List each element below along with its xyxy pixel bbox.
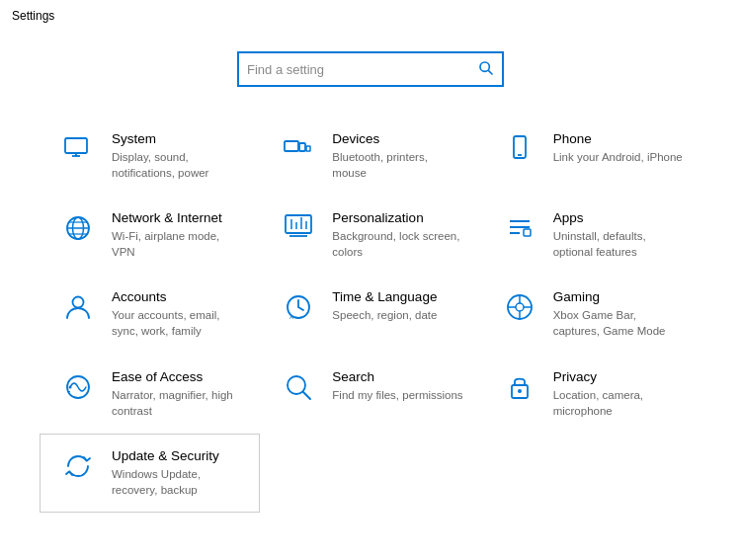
- devices-icon: [277, 133, 320, 165]
- phone-icon: [498, 133, 541, 165]
- accounts-title: Accounts: [112, 289, 243, 304]
- update-title: Update & Security: [112, 448, 243, 463]
- privacy-title: Privacy: [553, 369, 685, 384]
- svg-rect-7: [306, 146, 310, 151]
- gaming-icon: [498, 291, 541, 323]
- network-desc: Wi-Fi, airplane mode, VPN: [112, 228, 243, 260]
- svg-point-24: [516, 303, 524, 311]
- apps-desc: Uninstall, defaults, optional features: [553, 228, 685, 260]
- svg-point-34: [518, 389, 522, 393]
- time-title: Time & Language: [332, 289, 437, 304]
- minimize-button[interactable]: [605, 0, 650, 32]
- window-controls: [605, 0, 741, 32]
- apps-text: Apps Uninstall, defaults, optional featu…: [553, 210, 685, 260]
- devices-title: Devices: [332, 131, 463, 146]
- gaming-text: Gaming Xbox Game Bar, captures, Game Mod…: [553, 289, 685, 339]
- settings-item-ease[interactable]: Ease of Access Narrator, magnifier, high…: [40, 355, 260, 434]
- close-button[interactable]: [696, 0, 741, 32]
- svg-rect-2: [65, 138, 87, 153]
- svg-line-32: [303, 392, 310, 399]
- settings-item-time[interactable]: A Time & Language Speech, region, date: [260, 275, 480, 354]
- accounts-icon: [56, 291, 100, 323]
- settings-item-network[interactable]: Network & Internet Wi-Fi, airplane mode,…: [40, 196, 260, 275]
- settings-item-personalization[interactable]: Personalization Background, lock screen,…: [260, 196, 480, 275]
- settings-item-update[interactable]: Update & Security Windows Update, recove…: [40, 434, 260, 513]
- search-area: [40, 51, 701, 87]
- personalization-text: Personalization Background, lock screen,…: [332, 210, 463, 260]
- devices-desc: Bluetooth, printers, mouse: [332, 149, 463, 181]
- svg-point-30: [69, 385, 72, 388]
- search-input[interactable]: [247, 62, 478, 77]
- privacy-icon: [498, 371, 541, 403]
- settings-window: Settings: [0, 0, 741, 560]
- time-icon: A: [277, 291, 320, 323]
- search-icon: [277, 371, 320, 403]
- search-bar[interactable]: [237, 51, 504, 87]
- settings-item-devices[interactable]: Devices Bluetooth, printers, mouse: [260, 117, 480, 196]
- svg-rect-19: [524, 229, 531, 236]
- system-text: System Display, sound, notifications, po…: [112, 131, 243, 181]
- accounts-text: Accounts Your accounts, email, sync, wor…: [112, 289, 243, 339]
- phone-text: Phone Link your Android, iPhone: [553, 131, 683, 165]
- svg-line-1: [488, 70, 492, 74]
- gaming-title: Gaming: [553, 289, 685, 304]
- network-title: Network & Internet: [112, 210, 243, 225]
- time-text: Time & Language Speech, region, date: [332, 289, 437, 323]
- search-desc: Find my files, permissions: [332, 387, 462, 403]
- devices-text: Devices Bluetooth, printers, mouse: [332, 131, 463, 181]
- svg-rect-5: [285, 141, 298, 151]
- update-icon: [56, 450, 100, 482]
- svg-rect-6: [299, 143, 305, 151]
- svg-point-20: [73, 297, 84, 308]
- update-desc: Windows Update, recovery, backup: [112, 466, 243, 498]
- apps-title: Apps: [553, 210, 685, 225]
- search-text: Search Find my files, permissions: [332, 369, 462, 403]
- phone-title: Phone: [553, 131, 683, 146]
- gaming-desc: Xbox Game Bar, captures, Game Mode: [553, 307, 685, 339]
- personalization-icon: [277, 212, 320, 244]
- ease-desc: Narrator, magnifier, high contrast: [112, 387, 243, 419]
- search-icon: [478, 60, 494, 79]
- maximize-button[interactable]: [650, 0, 696, 32]
- system-desc: Display, sound, notifications, power: [112, 149, 243, 181]
- settings-item-search[interactable]: Search Find my files, permissions: [260, 355, 480, 434]
- network-icon: [56, 212, 100, 244]
- svg-rect-15: [286, 215, 311, 233]
- settings-item-apps[interactable]: Apps Uninstall, defaults, optional featu…: [481, 196, 701, 275]
- title-bar: Settings: [0, 0, 741, 32]
- settings-item-privacy[interactable]: Privacy Location, camera, microphone: [481, 355, 701, 434]
- ease-text: Ease of Access Narrator, magnifier, high…: [112, 369, 243, 419]
- ease-icon: [56, 371, 100, 403]
- personalization-title: Personalization: [332, 210, 463, 225]
- network-text: Network & Internet Wi-Fi, airplane mode,…: [112, 210, 243, 260]
- privacy-text: Privacy Location, camera, microphone: [553, 369, 685, 419]
- settings-item-phone[interactable]: Phone Link your Android, iPhone: [481, 117, 701, 196]
- settings-grid: System Display, sound, notifications, po…: [40, 117, 701, 513]
- svg-text:A: A: [289, 314, 293, 320]
- settings-item-accounts[interactable]: Accounts Your accounts, email, sync, wor…: [40, 275, 260, 354]
- update-text: Update & Security Windows Update, recove…: [112, 448, 243, 498]
- privacy-desc: Location, camera, microphone: [553, 387, 685, 419]
- accounts-desc: Your accounts, email, sync, work, family: [112, 307, 243, 339]
- main-content: System Display, sound, notifications, po…: [0, 32, 741, 560]
- time-desc: Speech, region, date: [332, 307, 437, 323]
- system-icon: [56, 133, 100, 165]
- phone-desc: Link your Android, iPhone: [553, 149, 683, 165]
- ease-title: Ease of Access: [112, 369, 243, 384]
- window-title: Settings: [12, 9, 54, 23]
- search-title: Search: [332, 369, 462, 384]
- system-title: System: [112, 131, 243, 146]
- settings-item-system[interactable]: System Display, sound, notifications, po…: [40, 117, 260, 196]
- personalization-desc: Background, lock screen, colors: [332, 228, 463, 260]
- settings-item-gaming[interactable]: Gaming Xbox Game Bar, captures, Game Mod…: [481, 275, 701, 354]
- apps-icon: [498, 212, 541, 244]
